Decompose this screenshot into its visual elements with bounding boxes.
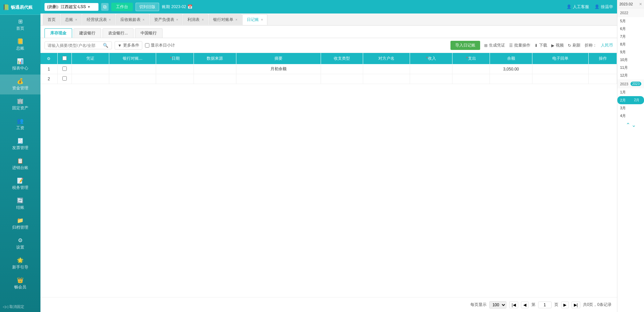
month-item-2023-1月[interactable]: 1月 xyxy=(617,88,644,96)
search-icon[interactable]: 🔍 xyxy=(103,43,108,48)
month-label: 7月 xyxy=(620,34,626,39)
row-opposite xyxy=(363,74,410,84)
row-select-checkbox[interactable] xyxy=(62,66,67,71)
sidebar-item-archive[interactable]: 📁归档管理 xyxy=(0,214,40,234)
tab-close-profit[interactable]: × xyxy=(202,18,204,22)
sidebar-item-member[interactable]: 👑畅会员 xyxy=(0,274,40,293)
col-settings[interactable]: ⚙ xyxy=(40,53,57,64)
page-unit: 页 xyxy=(554,302,558,308)
month-item-2023-2月[interactable]: 2月2月 xyxy=(617,96,644,104)
tab-close-journal[interactable]: × xyxy=(261,18,263,22)
tab-business[interactable]: 经营状况表× xyxy=(82,14,115,25)
video-label: 视频 xyxy=(556,42,564,48)
month-item-2023-3月[interactable]: 3月 xyxy=(617,104,644,112)
month-item-2022-10月[interactable]: 10月 xyxy=(617,56,644,64)
sidebar-item-invoice[interactable]: 🧾发票管理 xyxy=(0,134,40,154)
tab-close-receivable[interactable]: × xyxy=(143,18,145,22)
tab-bank[interactable]: 银行对账单× xyxy=(209,14,242,25)
tab-receivable[interactable]: 应收账龄表× xyxy=(116,14,149,25)
currency-selector[interactable]: 人民币 xyxy=(601,42,613,48)
first-page-button[interactable]: |◀ xyxy=(509,302,518,308)
user-profile[interactable]: 👤 徐温华 xyxy=(594,4,613,10)
user-service[interactable]: 👤 人工客服 xyxy=(566,4,589,10)
sidebar-item-purchase[interactable]: 📋进销台账 xyxy=(0,154,40,174)
batch-ops-button[interactable]: ☰ 批量操作 xyxy=(509,42,530,48)
period-label: 账期 xyxy=(162,4,170,10)
row-income xyxy=(410,64,452,74)
show-daily-checkbox[interactable] xyxy=(145,43,149,48)
sidebar-label-settings: 设置 xyxy=(16,245,24,250)
old-version-button[interactable]: 切到旧版 xyxy=(136,3,159,11)
tab-profit[interactable]: 利润表× xyxy=(183,14,208,25)
sidebar-item-reports[interactable]: 📊报表中心 xyxy=(0,55,40,75)
month-item-2023-4月[interactable]: 4月 xyxy=(617,112,644,120)
row-checkbox[interactable] xyxy=(57,64,71,74)
col-checkbox[interactable] xyxy=(57,53,71,64)
company-selector[interactable]: (勿删）江西超宝-LSS ▼ xyxy=(45,3,98,11)
tab-close-business[interactable]: × xyxy=(109,18,111,22)
page-size-select[interactable]: 100 20 50 200 xyxy=(489,301,506,309)
page-number-input[interactable] xyxy=(538,302,552,308)
sub-tab-jianshe[interactable]: 建设银行 xyxy=(74,28,101,38)
sub-tab-cash[interactable]: 库存现金 xyxy=(45,28,72,38)
tab-home[interactable]: 首页 xyxy=(43,14,60,25)
prev-page-button[interactable]: ◀ xyxy=(521,302,529,308)
sidebar-item-home[interactable]: ⊞首页 xyxy=(0,15,40,35)
tab-journal[interactable]: 日记账× xyxy=(242,14,267,25)
month-item-2022-11月[interactable]: 11月 xyxy=(617,64,644,72)
row-select-checkbox[interactable] xyxy=(62,76,67,81)
next-page-button[interactable]: ▶ xyxy=(561,302,569,308)
select-all-checkbox[interactable] xyxy=(62,56,67,60)
sidebar-item-guide[interactable]: 🌟新手引导 xyxy=(0,254,40,274)
month-item-2022-9月[interactable]: 9月 xyxy=(617,48,644,56)
last-page-button[interactable]: ▶| xyxy=(572,302,580,308)
import-journal-button[interactable]: 导入日记账 xyxy=(450,41,480,50)
sidebar-item-ledger[interactable]: 📒总账 xyxy=(0,35,40,55)
gen-voucher-button[interactable]: ⊞ 生成凭证 xyxy=(484,42,505,48)
date-nav-down-button[interactable]: ⌄ xyxy=(631,121,637,129)
date-panel-close-button[interactable]: × xyxy=(639,1,642,7)
sidebar-label-salary: 工资 xyxy=(16,125,24,131)
tab-ledger[interactable]: 总账× xyxy=(61,14,82,25)
sidebar-item-salary[interactable]: 👥工资 xyxy=(0,114,40,134)
sidebar-item-tax[interactable]: 📝税务管理 xyxy=(0,174,40,194)
month-item-2022-8月[interactable]: 8月 xyxy=(617,40,644,48)
sidebar-item-capital[interactable]: 💰资金管理 xyxy=(0,75,40,94)
month-item-2022-6月[interactable]: 6月 xyxy=(617,25,644,33)
service-label: 人工客服 xyxy=(573,4,589,10)
filter-button[interactable]: ▼ 更多条件 xyxy=(115,41,142,50)
copy-button[interactable]: ⧉ xyxy=(101,3,109,11)
row-action[interactable] xyxy=(589,74,617,84)
row-action[interactable] xyxy=(589,64,617,74)
pin-toggle[interactable]: ◁◁ 取消固定 xyxy=(0,302,40,312)
tab-close-assets[interactable]: × xyxy=(176,18,178,22)
refresh-button[interactable]: ↻ 刷新 xyxy=(568,42,581,48)
tab-label-ledger: 总账 xyxy=(65,17,73,23)
sidebar-item-assets[interactable]: 🏢固定资产 xyxy=(0,94,40,114)
month-item-2022-5月[interactable]: 5月 xyxy=(617,17,644,25)
col-expense: *支出 xyxy=(452,53,490,64)
search-input[interactable] xyxy=(48,43,101,48)
download-button[interactable]: ⬇ 下载 xyxy=(534,42,547,48)
calendar-icon[interactable]: 📅 xyxy=(187,4,193,9)
search-box[interactable]: 🔍 xyxy=(45,41,112,49)
workspace-button[interactable]: 工作台 xyxy=(111,3,133,11)
video-button[interactable]: ▶ 视频 xyxy=(551,42,564,48)
sub-tab-zhongguo[interactable]: 中国银行 xyxy=(135,28,163,38)
row-income xyxy=(410,74,452,84)
row-checkbox[interactable] xyxy=(57,74,71,84)
tab-close-bank[interactable]: × xyxy=(235,18,237,22)
tab-close-ledger[interactable]: × xyxy=(75,18,77,22)
sidebar-item-settle[interactable]: 🔄结账 xyxy=(0,194,40,214)
sub-tab-nongye[interactable]: 农业银行... xyxy=(103,28,134,38)
month-item-2022-12月[interactable]: 12月 xyxy=(617,72,644,79)
show-daily-toggle[interactable]: 显示本日小计 xyxy=(145,42,175,48)
row-num: 2 xyxy=(40,74,57,84)
tab-assets[interactable]: 资产负债表× xyxy=(150,14,183,25)
sidebar-label-ledger: 总账 xyxy=(16,46,24,51)
month-item-2022-7月[interactable]: 7月 xyxy=(617,33,644,40)
refresh-icon: ↻ xyxy=(568,43,571,48)
row-date xyxy=(156,74,194,84)
sidebar-item-settings[interactable]: ⚙设置 xyxy=(0,234,40,254)
date-nav-up-button[interactable]: ⌃ xyxy=(625,121,631,129)
